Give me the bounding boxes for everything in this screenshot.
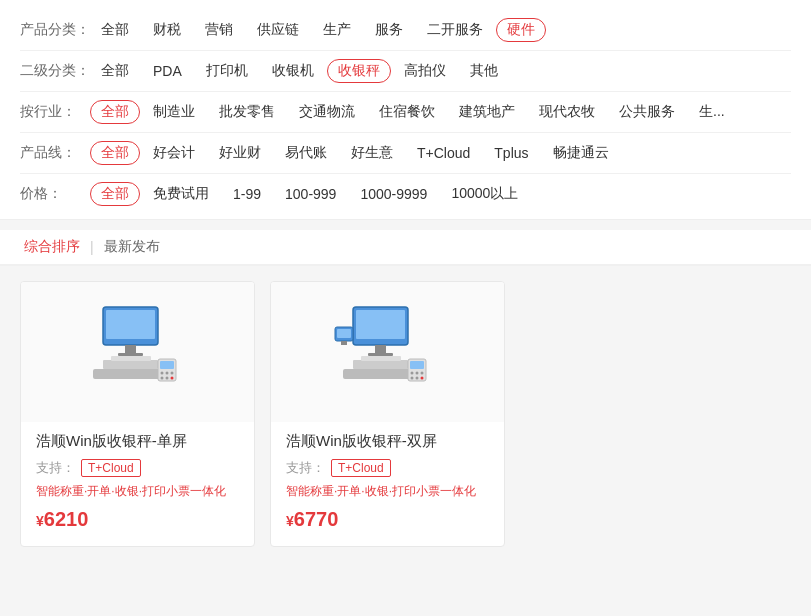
sort-comprehensive[interactable]: 综合排序 xyxy=(20,238,84,256)
svg-rect-1 xyxy=(106,310,155,339)
svg-rect-8 xyxy=(160,361,174,369)
price-filter-row: 价格： 全部 免费试用 1-99 100-999 1000-9999 10000… xyxy=(20,174,791,214)
price-symbol-1: ¥ xyxy=(36,513,44,529)
svg-rect-18 xyxy=(368,353,393,356)
category-item-yingxiao[interactable]: 营销 xyxy=(194,18,244,42)
subcategory-filter-row: 二级分类： 全部 PDA 打印机 收银机 收银秤 高拍仪 其他 xyxy=(20,51,791,92)
category-label: 产品分类： xyxy=(20,21,90,39)
productline-item-changjietong[interactable]: 畅捷通云 xyxy=(542,141,620,165)
productline-label: 产品线： xyxy=(20,144,90,162)
industry-item-jianzhudichuan[interactable]: 建筑地产 xyxy=(448,100,526,124)
product-desc-1: 智能称重·开单·收银·打印小票一体化 xyxy=(36,483,239,500)
productline-item-quanbu[interactable]: 全部 xyxy=(90,141,140,165)
productline-item-haoshengyi[interactable]: 好生意 xyxy=(340,141,404,165)
price-value-2: 6770 xyxy=(294,508,339,530)
product-name-2: 浩顺Win版收银秤-双屏 xyxy=(286,432,489,451)
price-item-free[interactable]: 免费试用 xyxy=(142,182,220,206)
industry-item-xiandainongmu[interactable]: 现代农牧 xyxy=(528,100,606,124)
svg-point-9 xyxy=(160,372,163,375)
products-area: 浩顺Win版收银秤-单屏 支持： T+Cloud 智能称重·开单·收银·打印小票… xyxy=(0,266,811,562)
product-image-svg-1 xyxy=(83,297,193,407)
price-item-1-99[interactable]: 1-99 xyxy=(222,183,272,205)
product-image-svg-2 xyxy=(333,297,443,407)
product-support-2: 支持： T+Cloud xyxy=(286,459,489,477)
product-image-area-2 xyxy=(271,282,504,422)
svg-point-10 xyxy=(165,372,168,375)
industry-item-sheng[interactable]: 生... xyxy=(688,100,736,124)
subcategory-item-gaopaiyi[interactable]: 高拍仪 xyxy=(393,59,457,83)
product-image-area-1 xyxy=(21,282,254,422)
svg-rect-19 xyxy=(343,369,418,379)
support-label-2: 支持： xyxy=(286,459,325,477)
product-name-1: 浩顺Win版收银秤-单屏 xyxy=(36,432,239,451)
product-info-2: 浩顺Win版收银秤-双屏 支持： T+Cloud 智能称重·开单·收银·打印小票… xyxy=(271,422,504,531)
industry-item-gonggongfuwu[interactable]: 公共服务 xyxy=(608,100,686,124)
category-item-quanbu[interactable]: 全部 xyxy=(90,18,140,42)
support-label-1: 支持： xyxy=(36,459,75,477)
svg-rect-23 xyxy=(410,361,424,369)
filter-section: 产品分类： 全部 财税 营销 供应链 生产 服务 二开服务 硬件 二级分类： 全… xyxy=(0,0,811,220)
subcategory-item-pda[interactable]: PDA xyxy=(142,60,193,82)
productline-item-haoyecai[interactable]: 好业财 xyxy=(208,141,272,165)
price-value-1: 6210 xyxy=(44,508,89,530)
subcategory-item-dayinji[interactable]: 打印机 xyxy=(195,59,259,83)
svg-point-13 xyxy=(165,377,168,380)
category-item-gongyinglian[interactable]: 供应链 xyxy=(246,18,310,42)
industry-item-zhizaoye[interactable]: 制造业 xyxy=(142,100,206,124)
product-support-1: 支持： T+Cloud xyxy=(36,459,239,477)
svg-point-28 xyxy=(415,377,418,380)
product-card-2[interactable]: 浩顺Win版收银秤-双屏 支持： T+Cloud 智能称重·开单·收银·打印小票… xyxy=(270,281,505,547)
svg-rect-3 xyxy=(118,353,143,356)
price-symbol-2: ¥ xyxy=(286,513,294,529)
product-card-1[interactable]: 浩顺Win版收银秤-单屏 支持： T+Cloud 智能称重·开单·收银·打印小票… xyxy=(20,281,255,547)
category-item-shengchan[interactable]: 生产 xyxy=(312,18,362,42)
price-item-1000-9999[interactable]: 1000-9999 xyxy=(349,183,438,205)
subcategory-label: 二级分类： xyxy=(20,62,90,80)
subcategory-item-quanbu[interactable]: 全部 xyxy=(90,59,140,83)
industry-item-quanbu[interactable]: 全部 xyxy=(90,100,140,124)
industry-item-pifalingshuo[interactable]: 批发零售 xyxy=(208,100,286,124)
subcategory-item-shouyin[interactable]: 收银机 xyxy=(261,59,325,83)
support-tag-1: T+Cloud xyxy=(81,459,141,477)
productline-item-tplus[interactable]: Tplus xyxy=(483,142,539,164)
products-grid: 浩顺Win版收银秤-单屏 支持： T+Cloud 智能称重·开单·收银·打印小票… xyxy=(20,281,791,547)
svg-rect-20 xyxy=(353,360,408,369)
svg-rect-32 xyxy=(341,341,347,345)
category-item-yingjian[interactable]: 硬件 xyxy=(496,18,546,42)
svg-rect-31 xyxy=(337,329,351,338)
svg-point-29 xyxy=(420,377,423,380)
sort-divider: | xyxy=(90,239,94,255)
productline-items: 全部 好会计 好业财 易代账 好生意 T+Cloud Tplus 畅捷通云 xyxy=(90,141,620,165)
product-price-1: ¥6210 xyxy=(36,508,239,531)
price-item-10000plus[interactable]: 10000以上 xyxy=(440,182,529,206)
industry-filter-row: 按行业： 全部 制造业 批发零售 交通物流 住宿餐饮 建筑地产 现代农牧 公共服… xyxy=(20,92,791,133)
svg-rect-17 xyxy=(375,345,386,353)
industry-item-zhusucanyin[interactable]: 住宿餐饮 xyxy=(368,100,446,124)
productline-item-yidaizhang[interactable]: 易代账 xyxy=(274,141,338,165)
industry-items: 全部 制造业 批发零售 交通物流 住宿餐饮 建筑地产 现代农牧 公共服务 生..… xyxy=(90,100,736,124)
svg-rect-16 xyxy=(356,310,405,339)
price-items: 全部 免费试用 1-99 100-999 1000-9999 10000以上 xyxy=(90,182,529,206)
category-items: 全部 财税 营销 供应链 生产 服务 二开服务 硬件 xyxy=(90,18,546,42)
productline-item-tcloud[interactable]: T+Cloud xyxy=(406,142,481,164)
productline-item-haokuaiji[interactable]: 好会计 xyxy=(142,141,206,165)
svg-rect-2 xyxy=(125,345,136,353)
sort-latest[interactable]: 最新发布 xyxy=(100,238,164,256)
svg-rect-4 xyxy=(93,369,168,379)
svg-point-14 xyxy=(170,377,173,380)
subcategory-item-qita[interactable]: 其他 xyxy=(459,59,509,83)
product-desc-2: 智能称重·开单·收银·打印小票一体化 xyxy=(286,483,489,500)
category-item-fuwu[interactable]: 服务 xyxy=(364,18,414,42)
svg-point-27 xyxy=(410,377,413,380)
price-item-quanbu[interactable]: 全部 xyxy=(90,182,140,206)
category-item-caishui[interactable]: 财税 xyxy=(142,18,192,42)
svg-point-12 xyxy=(160,377,163,380)
svg-point-25 xyxy=(415,372,418,375)
svg-rect-21 xyxy=(361,356,401,361)
subcategory-item-shouyincheng[interactable]: 收银秤 xyxy=(327,59,391,83)
sort-bar: 综合排序 | 最新发布 xyxy=(0,230,811,266)
industry-label: 按行业： xyxy=(20,103,90,121)
category-item-erkaifuwu[interactable]: 二开服务 xyxy=(416,18,494,42)
price-item-100-999[interactable]: 100-999 xyxy=(274,183,347,205)
industry-item-jiaotongwuliu[interactable]: 交通物流 xyxy=(288,100,366,124)
